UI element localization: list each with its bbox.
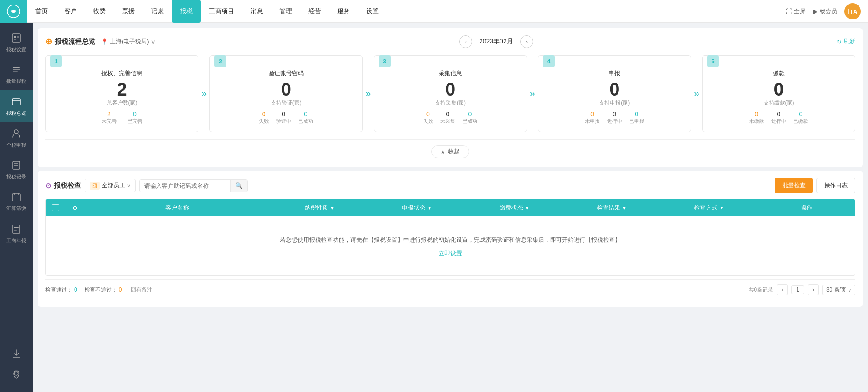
sidebar-item-tax-overview[interactable]: 报税总览: [0, 90, 33, 122]
nav-item-message[interactable]: 消息: [242, 0, 271, 23]
stat-num-3-1: 0: [423, 110, 433, 118]
avatar[interactable]: iTA: [844, 3, 861, 19]
stat-3-3: 0 已成功: [462, 110, 477, 124]
per-page-value: 30 条/页: [826, 286, 846, 294]
filter-icon-method[interactable]: ▼: [719, 206, 724, 210]
stat-num-2-3: 0: [298, 110, 313, 118]
sidebar-label-tax-settings: 报税设置: [6, 46, 26, 53]
svg-point-13: [14, 130, 18, 134]
staff-filter[interactable]: 囧 全部员工 ∨: [85, 179, 136, 192]
stat-num-5-3: 0: [793, 110, 808, 118]
stat-4-3: 0 已申报: [629, 110, 644, 124]
stat-label-3-2: 未采集: [440, 118, 455, 124]
personal-tax-icon: [10, 127, 23, 140]
next-month-btn[interactable]: ›: [520, 35, 533, 48]
refresh-btn[interactable]: ↻ 刷新: [837, 38, 855, 46]
filter-icon-pay[interactable]: ▼: [525, 206, 529, 210]
nav-item-customer[interactable]: 客户: [56, 0, 85, 23]
filter-icon-tax-type[interactable]: ▼: [330, 206, 335, 210]
check-pass-count[interactable]: 0: [74, 287, 77, 293]
sidebar: 报税设置 批量报税 报税总览 个税申报 报税记录: [0, 23, 33, 392]
stat-label-5-2: 进行中: [771, 118, 786, 124]
top-nav: 首页 客户 收费 票据 记账 报税 工商项目 消息 管理 经营 服务 设置 ⛶ …: [0, 0, 868, 23]
circle-purple-icon: ⊙: [45, 182, 51, 190]
sidebar-item-tax-settings[interactable]: 报税设置: [0, 26, 33, 58]
per-page-select[interactable]: 30 条/页 ∨: [822, 285, 855, 295]
stat-1-2: 0 已完善: [127, 110, 142, 124]
sidebar-item-personal-tax[interactable]: 个税申报: [0, 122, 33, 153]
tax-record-icon: [10, 159, 23, 172]
prev-page-btn[interactable]: ‹: [777, 284, 788, 295]
step-count-2: 0: [215, 79, 357, 99]
stat-num-2-2: 0: [276, 110, 291, 118]
nav-item-invoice[interactable]: 票据: [114, 0, 143, 23]
stat-num-2-1: 0: [259, 110, 269, 118]
annual-settle-icon: [10, 191, 23, 203]
tax-settings-icon: [10, 32, 23, 44]
step-card-3: 3 采集信息 0 支持采集(家) 0 失败 0 未采集: [374, 55, 527, 132]
month-nav: ‹ 2023年02月 ›: [459, 35, 533, 48]
sidebar-item-location[interactable]: [0, 364, 33, 385]
next-page-btn[interactable]: ›: [808, 284, 819, 295]
step-count-5: 0: [708, 79, 849, 99]
nav-item-manage[interactable]: 管理: [271, 0, 300, 23]
step-num-4: 4: [543, 55, 555, 67]
stat-label-4-2: 进行中: [607, 118, 622, 124]
staff-filter-label: 全部员工: [102, 182, 125, 190]
svg-rect-23: [14, 227, 19, 228]
nav-item-tax[interactable]: 报税: [172, 0, 201, 23]
per-page-chevron-icon: ∨: [848, 287, 851, 292]
th-check-result: 检查结果 ▼: [563, 199, 660, 216]
th-declare-status: 申报状态 ▼: [368, 199, 465, 216]
check-fail-count[interactable]: 0: [119, 287, 122, 293]
sidebar-item-batch-tax[interactable]: 批量报税: [0, 58, 33, 90]
sidebar-item-annual-settle[interactable]: 汇算清缴: [0, 185, 33, 217]
operation-log-btn[interactable]: 操作日志: [816, 178, 855, 193]
footer-note: 囧有备注: [131, 286, 152, 294]
prev-month-btn[interactable]: ‹: [459, 35, 472, 48]
step-num-1: 1: [50, 55, 62, 67]
content-area: ⊕ 报税流程总览 📍 上海(电子税局) ∨ ‹ 2023年02月 › ↻ 刷新: [33, 23, 868, 392]
step-arrow-1: »: [198, 55, 209, 132]
table-footer: 检查通过： 0 检查不通过： 0 囧有备注 共0条记录 ‹ 1 › 30 条/页…: [45, 279, 855, 300]
fullscreen-btn[interactable]: ⛶ 全屏: [786, 7, 806, 15]
collapse-btn[interactable]: ∧ 收起: [431, 145, 469, 158]
header-checkbox[interactable]: [52, 204, 59, 211]
stat-num-3-2: 0: [440, 110, 455, 118]
collapse-bar: ∧ 收起: [45, 139, 855, 160]
sidebar-item-tax-record[interactable]: 报税记录: [0, 153, 33, 185]
tax-check-card: ⊙ 报税检查 囧 全部员工 ∨ 🔍 批量检查 操作日志: [38, 171, 863, 307]
svg-point-27: [14, 372, 18, 375]
process-overview-card: ⊕ 报税流程总览 📍 上海(电子税局) ∨ ‹ 2023年02月 › ↻ 刷新: [38, 28, 863, 167]
gear-icon[interactable]: ⚙: [72, 205, 78, 211]
nav-item-home[interactable]: 首页: [27, 0, 56, 23]
nav-item-service[interactable]: 服务: [329, 0, 358, 23]
staff-tag: 囧: [90, 182, 100, 190]
nav-item-fee[interactable]: 收费: [85, 0, 114, 23]
search-btn[interactable]: 🔍: [230, 180, 247, 192]
nav-item-operation[interactable]: 经营: [300, 0, 329, 23]
refresh-icon: ↻: [837, 38, 842, 45]
stat-num-4-2: 0: [607, 110, 622, 118]
sidebar-item-annual-report[interactable]: 工商年报: [0, 217, 33, 249]
empty-link-setup[interactable]: 立即设置: [439, 249, 462, 258]
stat-2-3: 0 已成功: [298, 110, 313, 124]
filter-icon-result[interactable]: ▼: [622, 206, 627, 210]
process-title: ⊕ 报税流程总览: [45, 37, 95, 47]
search-input[interactable]: [140, 180, 230, 192]
nav-item-accounting[interactable]: 记账: [143, 0, 172, 23]
sidebar-item-download[interactable]: [0, 343, 33, 364]
logo-icon: [6, 4, 21, 19]
sidebar-label-annual-settle: 汇算清缴: [6, 205, 26, 211]
nav-item-commerce[interactable]: 工商项目: [201, 0, 242, 23]
refresh-label: 刷新: [844, 38, 855, 46]
location-tag[interactable]: 📍 上海(电子税局) ∨: [101, 38, 156, 46]
step-title-5: 缴款: [708, 69, 849, 77]
svg-rect-25: [14, 230, 17, 231]
annual-report-icon: [10, 223, 23, 235]
batch-check-btn[interactable]: 批量检查: [775, 178, 813, 193]
avatar-icon: iTA: [844, 3, 861, 19]
vip-btn[interactable]: ▶ 畅会员: [813, 7, 837, 15]
filter-icon-declare[interactable]: ▼: [427, 206, 432, 210]
nav-item-settings[interactable]: 设置: [358, 0, 387, 23]
